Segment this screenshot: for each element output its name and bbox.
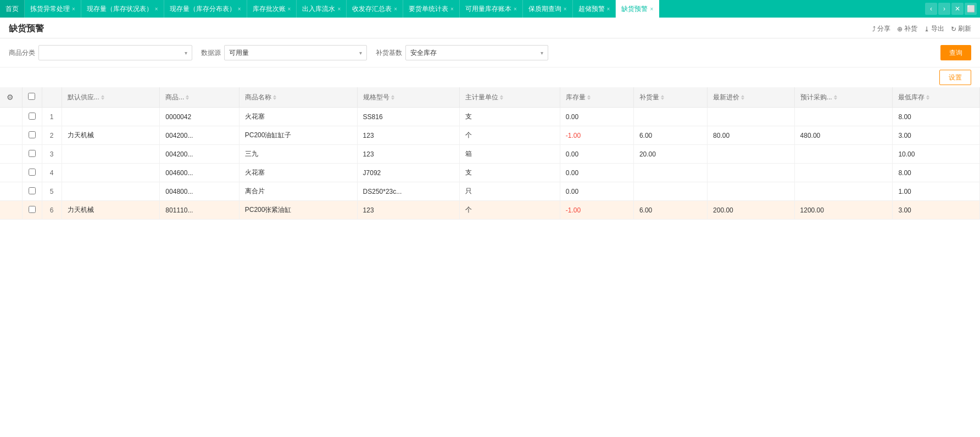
nav-controls: ‹ › ✕ ⬜ (922, 3, 980, 15)
row-supplier-2 (62, 145, 160, 164)
nav-tab-close-3[interactable]: × (238, 6, 241, 12)
replenish-button[interactable]: ⊕ 补货 (897, 24, 917, 33)
select-all-checkbox[interactable] (28, 93, 35, 100)
nav-tab-close-10[interactable]: × (607, 6, 610, 12)
nav-tab-8[interactable]: 可用量库存账本× (460, 0, 523, 18)
row-check-2[interactable] (22, 145, 42, 164)
table-row: 4004600...火花塞J7092支0.008.00 (0, 164, 980, 182)
sort-icon-latest_price[interactable] (741, 95, 744, 100)
nav-tab-close-6[interactable]: × (394, 6, 397, 12)
col-supplier[interactable]: 默认供应... (62, 87, 160, 108)
row-check-3[interactable] (22, 164, 42, 182)
sort-icon-stock[interactable] (587, 95, 591, 100)
col-latest_price[interactable]: 最新进价 (708, 87, 795, 108)
nav-tab-close-5[interactable]: × (337, 6, 341, 12)
nav-tab-3[interactable]: 现存量（库存分布表）× (164, 0, 247, 18)
nav-tab-7[interactable]: 要货单统计表× (403, 0, 460, 18)
col-spec[interactable]: 规格型号 (357, 87, 459, 108)
row-product-name-2: 三九 (239, 145, 357, 164)
share-button[interactable]: ⤴ 分享 (872, 24, 890, 33)
row-product-name-3: 火花塞 (239, 164, 357, 182)
nav-tab-5[interactable]: 出入库流水× (297, 0, 347, 18)
export-icon: ⤓ (924, 25, 929, 33)
datasource-select[interactable]: 可用量 ▾ (224, 45, 367, 60)
row-checkbox-3[interactable] (29, 169, 36, 176)
sort-icon-spec[interactable] (391, 95, 394, 100)
row-checkbox-5[interactable] (29, 206, 36, 213)
row-latest-price-3 (708, 164, 795, 182)
nav-next-button[interactable]: › (938, 3, 950, 15)
nav-tab-label-3: 现存量（库存分布表） (170, 4, 236, 14)
nav-prev-button[interactable]: ‹ (925, 3, 937, 15)
nav-tab-close-8[interactable]: × (514, 6, 517, 12)
row-no-0: 1 (42, 108, 62, 126)
col-product_name[interactable]: 商品名称 (239, 87, 357, 108)
nav-tab-close-1[interactable]: × (72, 6, 75, 12)
export-button[interactable]: ⤓ 导出 (924, 24, 944, 33)
row-check-4[interactable] (22, 182, 42, 201)
nav-tab-6[interactable]: 收发存汇总表× (347, 0, 403, 18)
nav-tab-9[interactable]: 保质期查询× (523, 0, 573, 18)
query-button[interactable]: 查询 (940, 45, 971, 60)
replenish-select[interactable]: 安全库存 ▾ (405, 45, 548, 60)
col-replenish_qty[interactable]: 补货量 (633, 87, 707, 108)
col-stock[interactable]: 库存量 (560, 87, 633, 108)
col-unit[interactable]: 主计量单位 (459, 87, 560, 108)
row-checkbox-0[interactable] (29, 113, 36, 120)
nav-tab-11[interactable]: 缺货预警× (616, 0, 659, 18)
row-checkbox-4[interactable] (29, 187, 36, 194)
row-min-stock-4: 1.00 (893, 182, 980, 201)
sort-icon-product_name[interactable] (273, 95, 276, 100)
row-check-5[interactable] (22, 201, 42, 220)
col-product_id[interactable]: 商品... (160, 87, 239, 108)
filter-actions: 查询 (940, 45, 971, 60)
nav-close-button[interactable]: ✕ (951, 3, 964, 15)
row-spec-4: DS250*23c... (357, 182, 459, 201)
nav-tab-close-2[interactable]: × (155, 6, 158, 12)
col-check[interactable] (22, 87, 42, 108)
col-label-min_stock: 最低库存 (898, 93, 925, 101)
row-unit-5: 个 (459, 201, 560, 220)
row-check-1[interactable] (22, 126, 42, 145)
nav-tab-close-7[interactable]: × (450, 6, 454, 12)
row-latest-price-4 (708, 182, 795, 201)
nav-tab-0[interactable]: 首页 (0, 0, 25, 18)
category-select[interactable]: ▾ (38, 45, 192, 60)
row-supplier-4 (62, 182, 160, 201)
sort-icon-min_stock[interactable] (926, 95, 929, 100)
datasource-filter-group: 数据源 可用量 ▾ (201, 45, 367, 60)
nav-tab-4[interactable]: 库存批次账× (247, 0, 297, 18)
col-gear[interactable]: ⚙ (0, 87, 22, 108)
sort-icon-est_purchase[interactable] (834, 95, 837, 100)
nav-maximize-button[interactable]: ⬜ (965, 3, 977, 15)
category-filter-group: 商品分类 ▾ (9, 45, 192, 60)
row-supplier-0 (62, 108, 160, 126)
row-checkbox-1[interactable] (29, 131, 36, 138)
nav-tab-close-4[interactable]: × (288, 6, 291, 12)
row-product-id-3: 004600... (160, 164, 239, 182)
row-spec-5: 123 (357, 201, 459, 220)
nav-tab-label-10: 超储预警 (578, 4, 605, 14)
col-min_stock[interactable]: 最低库存 (893, 87, 980, 108)
col-est_purchase[interactable]: 预计采购... (794, 87, 893, 108)
row-unit-1: 个 (459, 126, 560, 145)
nav-tab-2[interactable]: 现存量（库存状况表）× (81, 0, 164, 18)
sort-icon-supplier[interactable] (101, 95, 104, 100)
row-gear-1 (0, 126, 22, 145)
nav-tab-1[interactable]: 拣货异常处理× (25, 0, 81, 18)
sort-icon-replenish_qty[interactable] (661, 95, 664, 100)
gear-button[interactable]: ⚙ (5, 92, 15, 103)
refresh-button[interactable]: ↻ 刷新 (951, 24, 971, 33)
sort-icon-product_id[interactable] (186, 95, 189, 100)
main-content: 缺货预警 ⤴ 分享 ⊕ 补货 ⤓ 导出 ↻ 刷新 (0, 18, 980, 437)
row-check-0[interactable] (22, 108, 42, 126)
nav-tab-close-9[interactable]: × (564, 6, 567, 12)
sort-icon-unit[interactable] (500, 95, 503, 100)
row-unit-2: 箱 (459, 145, 560, 164)
row-spec-2: 123 (357, 145, 459, 164)
nav-tab-label-8: 可用量库存账本 (465, 4, 511, 14)
nav-tab-close-11[interactable]: × (650, 6, 653, 12)
row-checkbox-2[interactable] (29, 150, 36, 157)
settings-button[interactable]: 设置 (939, 70, 971, 85)
nav-tab-10[interactable]: 超储预警× (573, 0, 616, 18)
